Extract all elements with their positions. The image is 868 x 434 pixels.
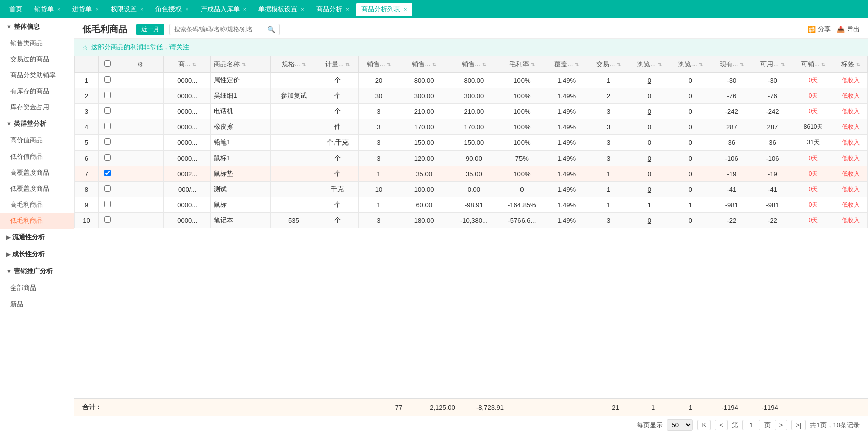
nav-sales[interactable]: 销货单 × [29, 3, 65, 16]
pagination-bar: 每页显示 50 100 200 K < 第 页 > >| 共1页，10条记录 [74, 416, 868, 434]
sidebar-group-overall[interactable]: ▼ 整体信息 [0, 18, 74, 35]
th-check[interactable] [98, 56, 117, 73]
cell-view1[interactable]: 0 [629, 119, 670, 135]
nav-purchase[interactable]: 进货单 × [67, 3, 103, 16]
nav-permission[interactable]: 权限设置 × [106, 3, 148, 16]
cell-check[interactable] [98, 197, 117, 213]
close-icon[interactable]: × [185, 6, 188, 12]
sidebar-item-traded-goods[interactable]: 交易过的商品 [0, 51, 74, 67]
cell-check[interactable] [98, 166, 117, 182]
page-number-input[interactable] [742, 420, 760, 430]
date-filter-button[interactable]: 近一月 [136, 24, 164, 35]
cell-check[interactable] [98, 213, 117, 228]
settings-icon[interactable]: ⚙ [137, 61, 143, 68]
th-sale1[interactable]: 销售... ⇅ [358, 56, 399, 73]
cell-view1[interactable]: 0 [629, 73, 670, 88]
row-checkbox[interactable] [104, 170, 111, 176]
cell-view1[interactable]: 0 [629, 182, 670, 197]
close-icon[interactable]: × [346, 6, 349, 12]
th-view1[interactable]: 浏览... ⇅ [629, 56, 670, 73]
cell-view1[interactable]: 0 [629, 135, 670, 151]
th-spec[interactable]: 规格... ⇅ [270, 56, 317, 73]
cell-check[interactable] [98, 135, 117, 151]
th-current[interactable]: 现有... ⇅ [711, 56, 752, 73]
sidebar-item-new-goods[interactable]: 新品 [0, 296, 74, 312]
search-input[interactable] [174, 26, 264, 33]
close-icon[interactable]: × [301, 6, 304, 12]
row-checkbox[interactable] [104, 107, 111, 114]
export-button[interactable]: 📥 导出 [837, 25, 860, 34]
th-tag[interactable]: 标签 ⇅ [834, 56, 868, 73]
nav-product-entry[interactable]: 产成品入库单 × [196, 3, 251, 16]
table-wrapper[interactable]: ⚙ 商... ⇅ 商品名称 ⇅ 规格... ⇅ 计量... ⇅ 销售... ⇅ … [74, 56, 868, 398]
sidebar-item-all-goods[interactable]: 全部商品 [0, 280, 74, 296]
row-checkbox[interactable] [104, 154, 111, 161]
th-sellable[interactable]: 可销... ⇅ [793, 56, 834, 73]
cell-margin: 100% [499, 166, 545, 182]
next-page-button[interactable]: > [775, 420, 788, 430]
row-checkbox[interactable] [104, 216, 111, 223]
cell-view1[interactable]: 0 [629, 104, 670, 119]
row-checkbox[interactable] [104, 123, 111, 129]
per-page-select[interactable]: 50 100 200 [667, 419, 693, 431]
th-cover[interactable]: 覆盖... ⇅ [545, 56, 588, 73]
sidebar-item-high-value[interactable]: 高价值商品 [0, 132, 74, 149]
close-icon[interactable]: × [57, 6, 60, 12]
row-checkbox[interactable] [104, 185, 111, 192]
row-checkbox[interactable] [104, 76, 111, 83]
sidebar-item-category-rate[interactable]: 商品分类助销率 [0, 67, 74, 83]
close-icon[interactable]: × [404, 6, 407, 12]
sidebar-item-high-coverage[interactable]: 高覆盖度商品 [0, 165, 74, 181]
nav-template[interactable]: 单据模板设置 × [253, 3, 309, 16]
sidebar-item-high-margin[interactable]: 高毛利商品 [0, 197, 74, 213]
close-icon[interactable]: × [140, 6, 143, 12]
cell-view1[interactable]: 0 [629, 88, 670, 104]
prev-page-button[interactable]: < [715, 420, 728, 430]
cell-view1[interactable]: 0 [629, 151, 670, 166]
nav-goods-analysis[interactable]: 商品分析 × [311, 3, 354, 16]
row-checkbox[interactable] [104, 92, 111, 98]
th-sale2[interactable]: 销售... ⇅ [399, 56, 449, 73]
row-checkbox[interactable] [104, 138, 111, 145]
th-margin[interactable]: 毛利率 ⇅ [499, 56, 545, 73]
th-unit[interactable]: 计量... ⇅ [317, 56, 358, 73]
th-code[interactable]: 商... ⇅ [164, 56, 211, 73]
cell-view1[interactable]: 0 [629, 166, 670, 182]
th-trade[interactable]: 交易... ⇅ [588, 56, 629, 73]
sidebar-item-low-margin[interactable]: 低毛利商品 [0, 213, 74, 229]
th-avail[interactable]: 可用... ⇅ [752, 56, 793, 73]
cell-check[interactable] [98, 88, 117, 104]
close-icon[interactable]: × [95, 6, 98, 12]
cell-view1[interactable]: 1 [629, 197, 670, 213]
th-sale3[interactable]: 销售... ⇅ [449, 56, 499, 73]
nav-goods-analysis-list[interactable]: 商品分析列表 × [356, 3, 412, 16]
first-page-button[interactable]: K [697, 420, 711, 430]
chevron-right-icon: ▶ [6, 234, 10, 241]
share-button[interactable]: 🔁 分享 [808, 25, 831, 34]
select-all-checkbox[interactable] [104, 60, 111, 67]
last-page-button[interactable]: >| [791, 420, 806, 430]
row-checkbox[interactable] [104, 201, 111, 207]
close-icon[interactable]: × [243, 6, 246, 12]
th-name[interactable]: 商品名称 ⇅ [211, 56, 271, 73]
sidebar-group-growth[interactable]: ▶ 成长性分析 [0, 246, 74, 263]
sidebar-item-stock-capital[interactable]: 库存资金占用 [0, 99, 74, 115]
cell-view1[interactable]: 0 [629, 213, 670, 228]
sidebar-item-low-value[interactable]: 低价值商品 [0, 149, 74, 165]
sidebar-item-low-coverage[interactable]: 低覆盖度商品 [0, 181, 74, 197]
nav-role[interactable]: 角色授权 × [150, 3, 193, 16]
nav-home[interactable]: 首页 [4, 3, 27, 16]
search-icon[interactable]: 🔍 [267, 26, 275, 33]
th-view2[interactable]: 浏览... ⇅ [670, 56, 711, 73]
cell-check[interactable] [98, 182, 117, 197]
th-settings[interactable]: ⚙ [117, 56, 164, 73]
sidebar-group-marketing[interactable]: ▼ 营销推广分析 [0, 263, 74, 280]
sidebar-group-cluster[interactable]: ▼ 类群堂分析 [0, 115, 74, 132]
cell-check[interactable] [98, 73, 117, 88]
sidebar-group-circulation[interactable]: ▶ 流通性分析 [0, 229, 74, 246]
cell-check[interactable] [98, 104, 117, 119]
sidebar-item-sales-goods[interactable]: 销售类商品 [0, 35, 74, 51]
cell-check[interactable] [98, 151, 117, 166]
cell-check[interactable] [98, 119, 117, 135]
sidebar-item-stock-goods[interactable]: 有库存的商品 [0, 83, 74, 99]
